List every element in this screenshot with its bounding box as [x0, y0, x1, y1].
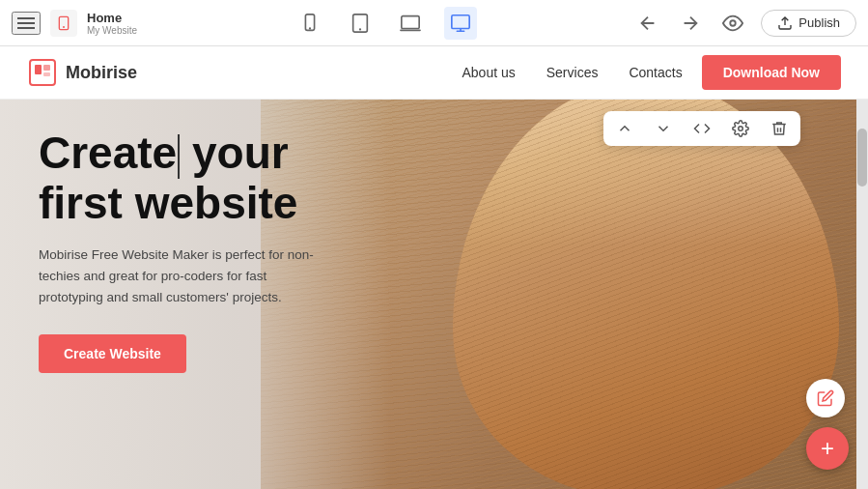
svg-point-18: [739, 127, 743, 131]
fab-add-icon: +: [821, 437, 834, 460]
hero-title: Create your first website: [39, 129, 328, 227]
fab-edit-button[interactable]: [806, 379, 845, 417]
hero-cta-button[interactable]: Create Website: [39, 334, 186, 373]
hamburger-menu[interactable]: [12, 12, 41, 35]
hero-description: Mobirise Free Website Maker is perfect f…: [39, 244, 328, 307]
block-move-up-btn[interactable]: [613, 117, 636, 140]
forward-btn[interactable]: [676, 9, 705, 38]
fab-add-button[interactable]: +: [806, 427, 849, 470]
brand-name: Mobirise: [66, 63, 137, 83]
svg-rect-16: [43, 65, 50, 71]
svg-rect-6: [402, 15, 419, 28]
tab-icon: [50, 10, 77, 37]
device-laptop-btn[interactable]: [394, 7, 427, 40]
hero-face-image: [453, 100, 839, 489]
svg-rect-8: [452, 14, 469, 28]
block-toolbar: [603, 111, 800, 146]
site-navbar: Mobirise About us Services Contacts Down…: [0, 46, 868, 100]
block-code-btn[interactable]: [690, 117, 714, 140]
fab-container: +: [806, 379, 849, 470]
nav-link-services[interactable]: Services: [546, 65, 599, 80]
back-btn[interactable]: [633, 9, 662, 38]
svg-point-11: [731, 20, 737, 26]
scrollbar-thumb[interactable]: [857, 129, 867, 187]
tab-info: Home My Website: [87, 11, 137, 36]
download-button[interactable]: Download Now: [702, 55, 841, 90]
svg-rect-17: [43, 72, 50, 76]
nav-link-about[interactable]: About us: [462, 65, 515, 80]
top-toolbar: Home My Website: [0, 0, 868, 46]
device-desktop-btn[interactable]: [444, 7, 477, 40]
text-cursor: [178, 134, 180, 179]
publish-button[interactable]: Publish: [761, 10, 856, 37]
nav-links: About us Services Contacts: [137, 65, 683, 80]
device-mobile-small-btn[interactable]: [294, 7, 326, 40]
tab-title: Home: [87, 11, 137, 25]
hero-section: Create your first website Mobirise Free …: [0, 100, 868, 489]
hero-title-line1: Create your: [39, 128, 289, 178]
brand: Mobirise: [27, 57, 137, 88]
publish-label: Publish: [798, 15, 840, 30]
brand-logo-icon: [27, 57, 58, 88]
preview-btn[interactable]: [718, 9, 747, 38]
svg-rect-15: [35, 65, 42, 74]
block-settings-btn[interactable]: [729, 117, 752, 140]
toolbar-right: Publish: [633, 9, 856, 38]
device-tablet-btn[interactable]: [344, 7, 377, 40]
tab-subtitle: My Website: [87, 25, 137, 36]
nav-link-contacts[interactable]: Contacts: [629, 65, 682, 80]
block-move-down-btn[interactable]: [652, 117, 675, 140]
device-switcher: [145, 7, 626, 40]
svg-rect-14: [30, 60, 55, 85]
scrollbar[interactable]: [856, 100, 868, 489]
hero-content: Create your first website Mobirise Free …: [39, 129, 328, 373]
svg-rect-13: [27, 57, 58, 88]
toolbar-left: Home My Website: [12, 10, 137, 37]
hero-title-line2: first website: [39, 178, 297, 228]
block-delete-btn[interactable]: [768, 117, 791, 140]
